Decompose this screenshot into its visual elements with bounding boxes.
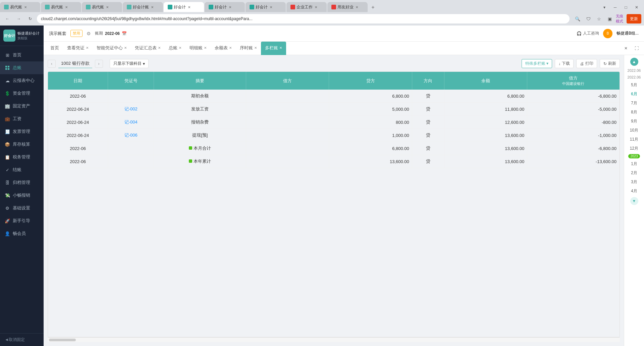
sidebar-item-guide[interactable]: 🚀 新手引导 — [0, 214, 44, 227]
timeline-month[interactable]: 12月 — [630, 144, 638, 153]
tab-view-voucher-close[interactable]: ✕ — [86, 46, 89, 50]
cell-voucher-1[interactable]: 记-002 — [108, 103, 154, 116]
scroll-thumb[interactable] — [49, 339, 76, 341]
sidebar-item-invoice[interactable]: 🧾 发票管理 — [0, 125, 44, 138]
timeline-month-2023[interactable]: 3月 — [631, 178, 637, 187]
tab-detail-ledger[interactable]: 明细账 ✕ — [185, 42, 211, 55]
sidebar-item-close[interactable]: ✓ 结账 — [0, 163, 44, 176]
horizontal-scrollbar[interactable] — [48, 337, 620, 342]
tab-voucher-summary[interactable]: 凭证汇总表 ✕ — [131, 42, 165, 55]
sidebar-item-member[interactable]: 👤 畅会员 — [0, 227, 44, 240]
consult-button[interactable]: 🎧 人工咨询 — [577, 31, 599, 36]
timeline-month[interactable]: 5月 — [630, 81, 638, 90]
cell-voucher-3[interactable]: 记-006 — [108, 129, 154, 142]
timeline-month[interactable]: 10月 — [630, 126, 638, 135]
tab-close-3[interactable]: ✕ — [106, 5, 109, 9]
tab-multi-col[interactable]: 多栏账 ✕ — [261, 42, 286, 55]
reload-button[interactable]: ↻ — [25, 14, 35, 23]
show-sub-subjects-button[interactable]: 只显示下级科目 ▾ — [110, 59, 149, 68]
tab-seq-ledger-close[interactable]: ✕ — [254, 46, 257, 50]
tab-balance-table-close[interactable]: ✕ — [229, 46, 232, 50]
tab-smart-voucher-close[interactable]: ✕ — [124, 46, 127, 50]
sidebar-item-salary[interactable]: 💼 工资 — [0, 112, 44, 125]
cell-voucher-2[interactable]: 记-004 — [108, 116, 154, 129]
special-col-button[interactable]: 特殊多栏账 ▾ — [522, 59, 552, 68]
sidebar-item-tax[interactable]: 📋 税务管理 — [0, 151, 44, 163]
print-button[interactable]: 🖨 打印 — [576, 59, 597, 68]
svg-rect-2 — [5, 68, 7, 70]
browser-tab-5[interactable]: 好会计 ✕ — [164, 2, 204, 12]
tab-voucher-summary-close[interactable]: ✕ — [158, 46, 161, 50]
timeline-month[interactable]: 6月 — [630, 90, 638, 99]
browser-tab-9[interactable]: 用友好业 ✕ — [327, 2, 368, 12]
tab-seq-ledger[interactable]: 序时账 ✕ — [236, 42, 261, 55]
tab-general-ledger[interactable]: 总账 ✕ — [165, 42, 185, 55]
timeline-scroll-up[interactable]: ▲ — [630, 58, 638, 66]
sidebar-item-general[interactable]: 总账 — [0, 61, 44, 74]
shield-icon[interactable]: 🛡 — [584, 14, 593, 23]
close-window-button[interactable]: ✕ — [632, 3, 641, 12]
tab-close-4[interactable]: ✕ — [151, 5, 154, 9]
tab-close-1[interactable]: ✕ — [24, 5, 27, 9]
refresh-button[interactable]: ↻ 刷新 — [600, 59, 620, 68]
download-button[interactable]: ↓ 下载 — [555, 59, 574, 68]
tab-detail-ledger-close[interactable]: ✕ — [204, 46, 207, 50]
prev-subject-button[interactable]: ‹ — [48, 60, 56, 68]
settings-icon[interactable]: ⚙ — [87, 31, 91, 36]
back-button[interactable]: ← — [3, 14, 12, 23]
timeline-month[interactable]: 7月 — [630, 99, 638, 108]
sidebar-browser-icon[interactable]: ▣ — [605, 14, 614, 23]
search-icon[interactable]: 🔍 — [573, 14, 582, 23]
sidebar-item-fixed-asset[interactable]: 🏢 固定资产 — [0, 100, 44, 112]
sidebar-item-basic[interactable]: ⚙ 基础设置 — [0, 202, 44, 214]
sidebar-item-fund[interactable]: 💲 资金管理 — [0, 87, 44, 100]
tab-close-6[interactable]: ✕ — [229, 5, 231, 9]
expand-tabs-button[interactable]: ⛶ — [632, 44, 641, 53]
browser-tab-1[interactable]: 易代账 ✕ — [0, 2, 40, 12]
tab-list-button[interactable]: ▾ — [600, 3, 609, 12]
tab-close-5[interactable]: ✕ — [188, 5, 191, 9]
tab-smart-voucher[interactable]: 智能凭证中心 ✕ — [93, 42, 131, 55]
tab-general-ledger-close[interactable]: ✕ — [179, 46, 181, 50]
sidebar-item-expense[interactable]: 💸 小畅报销 — [0, 189, 44, 202]
tab-close-8[interactable]: ✕ — [315, 5, 317, 9]
next-subject-button[interactable]: › — [95, 60, 103, 68]
browser-tab-3[interactable]: 易代账 ✕ — [82, 2, 122, 12]
tab-close-9[interactable]: ✕ — [356, 5, 358, 9]
collapse-tabs-button[interactable]: ✕ — [621, 44, 631, 53]
timeline-month[interactable]: 8月 — [630, 108, 638, 117]
timeline-month-2023[interactable]: 4月 — [631, 187, 637, 196]
timeline-month-2023[interactable]: 2月 — [631, 168, 637, 178]
sidebar-item-cloud-report[interactable]: ☁ 云报表中心 — [0, 74, 44, 87]
url-input[interactable] — [37, 14, 570, 23]
update-button[interactable]: 更新 — [627, 14, 641, 23]
tab-close-2[interactable]: ✕ — [65, 5, 68, 9]
browser-tab-7[interactable]: 好会计 ✕ — [246, 2, 286, 12]
new-tab-button[interactable]: + — [368, 3, 378, 12]
timeline-year-2022-2: 2022.06 — [624, 74, 644, 81]
demo-status-badge[interactable]: 禁用 — [70, 30, 83, 37]
sidebar-item-inventory[interactable]: 📦 库存核算 — [0, 138, 44, 151]
sidebar-pin-button[interactable]: ◄取消固定 — [0, 333, 44, 346]
timeline-scroll-down[interactable]: ▼ — [630, 197, 638, 205]
calendar-icon[interactable]: 📅 — [122, 31, 127, 36]
minimize-button[interactable]: ─ — [610, 3, 620, 12]
timeline-month-2023[interactable]: 1月 — [631, 159, 637, 168]
tab-multi-col-close[interactable]: ✕ — [279, 46, 282, 50]
tab-view-voucher[interactable]: 查看凭证 ✕ — [63, 42, 93, 55]
tab-close-7[interactable]: ✕ — [270, 5, 272, 9]
tab-home[interactable]: 首页 — [46, 42, 63, 55]
browser-tab-2[interactable]: 易代账 ✕ — [41, 2, 81, 12]
browser-tab-6[interactable]: 好会计 ✕ — [205, 2, 245, 12]
sidebar-item-home[interactable]: ⊞ 首页 — [0, 49, 44, 61]
maximize-button[interactable]: □ — [621, 3, 631, 12]
tab-balance-table[interactable]: 余额表 ✕ — [211, 42, 236, 55]
forward-button[interactable]: → — [14, 14, 23, 23]
right-timeline: ▲ 2022.06 2022.06 5月6月7月8月9月10月11月12月 20… — [624, 55, 644, 346]
star-icon[interactable]: ☆ — [594, 14, 604, 23]
timeline-month[interactable]: 9月 — [630, 117, 638, 126]
sidebar-item-archive[interactable]: 🗄 归档管理 — [0, 176, 44, 189]
browser-tab-4[interactable]: 好会计账 ✕ — [123, 2, 163, 12]
timeline-month[interactable]: 11月 — [630, 135, 638, 144]
browser-tab-8[interactable]: 企业工作 ✕ — [286, 2, 327, 12]
